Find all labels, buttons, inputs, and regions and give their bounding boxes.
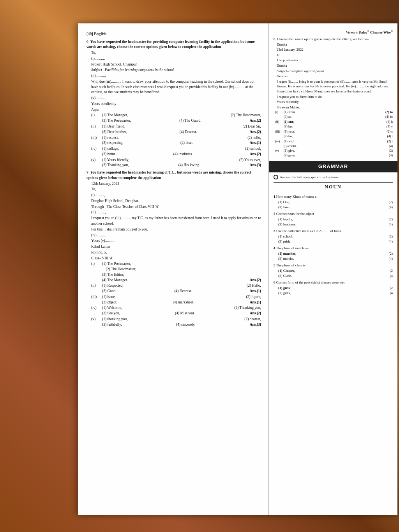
q6-opt-iii: (iii) (1) respect, (2) hello, (3) respec… (91, 135, 261, 146)
letter1-v: (v).........., (91, 96, 261, 101)
q8-opt-v: (v) (1) give,(2) (3) gave,(4) (275, 149, 393, 158)
q8-opt-iii: (iii) (1) your,(2) c (3) his,(4) t (275, 129, 393, 139)
q8-text: Choose the correct option given complete… (277, 37, 369, 41)
book-container: [40] English 6 You have requested the he… (78, 23, 397, 515)
letter3-name: Shrawan Mahto. (277, 105, 393, 110)
letter1-to: To, (91, 50, 261, 56)
q7-opt-ii: (ii) (1) Respected, (2) Hello, (3) Good,… (91, 283, 261, 294)
noun-section-header: NOUN (274, 182, 393, 192)
letter2-to: To, (91, 187, 261, 192)
q8-options: (i) (1) from,(2) to (3) at,(4) fo (ii) (… (274, 110, 393, 158)
gq5-text: The plural of class is– (276, 263, 307, 267)
grammar-q2: 2 Correct noun for the adject (1) loudly… (274, 211, 393, 227)
q6-opt-ii: (ii) (1) Dear friend, (2) Dear Sir, (3) … (91, 124, 261, 135)
letter1-block: To, (i).........., Project High School, … (87, 50, 261, 112)
letter2-school: Deoghar High School, Deoghar. (91, 199, 261, 204)
grammar-q3: 3 Use the collective noun as t in A ....… (274, 229, 393, 244)
letter3-city2: Dumka (277, 63, 393, 68)
q6-text: You have requested the headmaster for pr… (87, 40, 255, 49)
gq3-text: Use the collective noun as t in A ......… (276, 229, 342, 233)
letter3-body1: I regret (i)........ bring it to your k … (277, 79, 393, 94)
gq4-text: The plural of match is– (276, 246, 309, 250)
grammar-questions: 1 How many Kinds of nouns a (1) One,(2) … (274, 194, 393, 296)
letter2-date: 12th January, 2022 (91, 181, 261, 187)
letter3-body2: I request you to direct him to do (277, 94, 393, 99)
q7-opt-v: (v) (1) thanking you, (2) dearest, (3) f… (91, 317, 261, 328)
brand-text: Verma's Today (346, 30, 367, 34)
q8-opt-ii: (ii) (1) our,(2) h (3) her,(4) y (275, 120, 393, 129)
question-6: 6 You have requested the headmaster for … (87, 39, 261, 168)
answer-instruction: Answer the following que correct option– (274, 175, 393, 180)
noun-label: NOUN (325, 184, 341, 190)
q8-number: 8 (274, 37, 275, 41)
page-number-title: [40] English (87, 31, 106, 37)
q6-opt-i: (i) (1) The Manager, (2) The Headmaster,… (91, 113, 261, 124)
q6-opt-v: (v) (1) Yours friendly, (2) Yours ever, … (91, 158, 261, 168)
grammar-q4: 4 The plural of match is– (1) matches,(2… (274, 246, 393, 261)
letter2-yours: Yours (v).......... (91, 238, 261, 244)
letter1-yours: Yours obediently (91, 101, 261, 107)
letter3-closing: Yours faithfully, (277, 99, 393, 105)
letter2-body: I request you to (iii)........... my T.C… (91, 216, 261, 227)
answer-label-text: Answer the following que correct option– (280, 175, 339, 180)
letter1-name: Anju (91, 107, 261, 113)
letter2-through: Through– The Class Teacher of Class VIII… (91, 204, 261, 210)
letter3-block: Dumka 23rd January, 2022 To The postmast… (274, 42, 393, 110)
letter2-block: 12th January, 2022 To, (i).........., De… (87, 181, 261, 261)
letter3-subject: Subject– Complain against postm (277, 69, 393, 74)
q6-opt-iv: (iv) (1) collage, (2) school, (3) home, … (91, 146, 261, 157)
letter2-name: Rahul kumar (91, 244, 261, 250)
letter2-roll: Roll no. 5, (91, 250, 261, 255)
grammar-label: GRAMMAR (318, 163, 348, 169)
letter1-school: Project High School, Chainpur (91, 62, 261, 67)
letter3-date: 23rd January, 2022 (277, 47, 393, 52)
q7-opt-iv: (iv) (1) Welcome, (2) Thanking you, (3) … (91, 305, 261, 316)
grammar-q1: 1 How many Kinds of nouns a (1) One,(2) … (274, 194, 393, 210)
q6-number: 6 (87, 40, 88, 44)
letter1-i: (i).........., (91, 56, 261, 62)
grammar-q5: 5 The plural of class is– (1) Classes,(2… (274, 263, 393, 278)
q7-number: 7 (87, 170, 88, 174)
right-page: Verma's Today® Chapter Wise® 8 Choose th… (269, 23, 397, 515)
q7-opt-iii: (iii) (1) issue, (2) figure, (3) object,… (91, 294, 261, 305)
page-header: [40] English (87, 31, 261, 37)
letter2-ii: (ii).........., (91, 210, 261, 215)
grammar-q6: 6 Correct form of the poss (girls) dress… (274, 280, 393, 296)
q7-text: You have requested the headmaster for is… (87, 170, 251, 180)
letter1-body: With due (iii)........... I want to draw… (91, 79, 261, 95)
letter2-class: Class– VIII 'A' (91, 256, 261, 261)
gq2-text: Correct noun for the adject (276, 212, 314, 216)
q7-options: (i) (1) The Postmaster, (2) The Headmast… (87, 261, 261, 327)
grammar-section-header: GRAMMAR (269, 161, 397, 172)
letter3-postmaster: The postmaster (277, 58, 393, 63)
letter2-iv: (iv).......... (91, 233, 261, 238)
brand-title: Verma's Today® Chapter Wise® (274, 29, 393, 35)
q6-options: (i) (1) The Manager, (2) The Headmaster,… (87, 113, 261, 168)
bullet-icon (274, 175, 278, 179)
question-7: 7 You have requested the headmaster for … (87, 170, 261, 327)
q8-opt-i: (i) (1) from,(2) to (3) at,(4) fo (275, 110, 393, 119)
gq1-text: How many Kinds of nouns a (276, 195, 316, 199)
letter1-subject: Subject– Facilities for learning compute… (91, 67, 261, 73)
letter3-to: To (277, 53, 393, 58)
letter1-ii: (ii).........., (91, 73, 261, 79)
q8-opt-iv: (iv) (1) will,(2) t (3) could,(4) (275, 139, 393, 149)
gq6-text: Correct form of the poss (girls) dresses… (276, 280, 346, 284)
letter3-city: Dumka (277, 42, 393, 47)
left-page: [40] English 6 You have requested the he… (78, 23, 269, 515)
letter3-dear: Dear sir (277, 74, 393, 79)
chapter-wise-text: Chapter Wise (370, 30, 391, 34)
question-8: 8 Choose the correct option given comple… (274, 37, 393, 158)
letter2-for-this: For this, I shall remain obliged to you. (91, 227, 261, 232)
letter2-i: (i).........., (91, 193, 261, 198)
q7-opt-i: (i) (1) The Postmaster, (2) The Headmast… (91, 261, 261, 283)
